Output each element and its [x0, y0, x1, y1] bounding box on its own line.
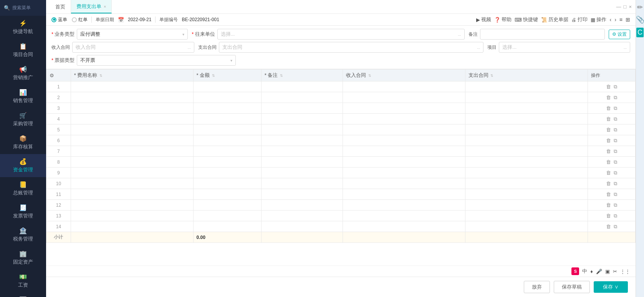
row-3-expense-contract[interactable]	[465, 103, 588, 114]
brand-icon-diamond[interactable]: ♦	[590, 269, 593, 274]
row-1-amount[interactable]	[193, 81, 261, 92]
row-8-note[interactable]	[261, 157, 343, 168]
row-6-expense-name[interactable]	[71, 135, 193, 146]
row-7-income-contract[interactable]	[343, 146, 465, 157]
row-7-delete-icon[interactable]: 🗑	[606, 148, 611, 154]
row-10-expense-contract[interactable]	[465, 178, 588, 189]
sidebar-item-sales[interactable]: 📊 销售管理	[0, 85, 46, 108]
row-13-delete-icon[interactable]: 🗑	[606, 213, 611, 219]
row-3-delete-icon[interactable]: 🗑	[606, 105, 611, 111]
row-2-amount[interactable]	[193, 92, 261, 103]
invoice-type-select[interactable]: 不开票 ▾	[77, 55, 236, 66]
row-9-expense-name[interactable]	[71, 168, 193, 178]
row-4-amount[interactable]	[193, 114, 261, 124]
brand-s-icon[interactable]: S	[571, 267, 579, 275]
row-11-copy-icon[interactable]: ⧉	[614, 191, 617, 197]
row-14-amount[interactable]	[193, 221, 261, 232]
row-9-expense-contract[interactable]	[465, 168, 588, 178]
row-2-copy-icon[interactable]: ⧉	[614, 95, 617, 100]
row-10-delete-icon[interactable]: 🗑	[606, 181, 611, 186]
row-8-amount[interactable]	[193, 157, 261, 168]
row-3-income-contract[interactable]	[343, 103, 465, 114]
row-13-note[interactable]	[261, 211, 343, 221]
row-8-copy-icon[interactable]: ⧉	[614, 159, 617, 165]
right-panel-icon-3[interactable]: C	[636, 28, 644, 37]
note-input[interactable]	[480, 29, 605, 40]
row-8-income-contract[interactable]	[343, 157, 465, 168]
row-6-delete-icon[interactable]: 🗑	[606, 138, 611, 143]
settings-button[interactable]: ⚙ 设置	[609, 30, 630, 39]
row-9-amount[interactable]	[193, 168, 261, 178]
row-4-expense-contract[interactable]	[465, 114, 588, 124]
nav-next-icon[interactable]: ›	[614, 17, 616, 23]
row-5-note[interactable]	[261, 124, 343, 135]
brand-icon-box[interactable]: ▣	[605, 269, 610, 274]
row-12-expense-contract[interactable]	[465, 200, 588, 211]
row-1-income-contract[interactable]	[343, 81, 465, 92]
shortcut-action[interactable]: ⌨ 快捷键	[515, 16, 538, 23]
sidebar-item-salary[interactable]: 💵 工资	[0, 269, 46, 292]
row-5-income-contract[interactable]	[343, 124, 465, 135]
row-6-amount[interactable]	[193, 135, 261, 146]
row-11-income-contract[interactable]	[343, 189, 465, 200]
row-6-note[interactable]	[261, 135, 343, 146]
row-1-delete-icon[interactable]: 🗑	[606, 84, 611, 90]
sort-icon-note[interactable]: ⇅	[280, 74, 283, 78]
sidebar-item-capital[interactable]: 💰 资金管理	[0, 154, 46, 177]
table-header-gear[interactable]: ⚙	[46, 70, 71, 81]
row-2-delete-icon[interactable]: 🗑	[606, 95, 611, 100]
row-14-expense-name[interactable]	[71, 221, 193, 232]
row-9-delete-icon[interactable]: 🗑	[606, 170, 611, 176]
row-14-copy-icon[interactable]: ⧉	[614, 224, 617, 229]
row-9-copy-icon[interactable]: ⧉	[614, 170, 617, 176]
row-14-note[interactable]	[261, 221, 343, 232]
red-bill-radio[interactable]: 红单	[72, 17, 88, 23]
view-grid-icon[interactable]: ⊞	[626, 17, 630, 23]
row-13-amount[interactable]	[193, 211, 261, 221]
row-7-expense-contract[interactable]	[465, 146, 588, 157]
row-10-income-contract[interactable]	[343, 178, 465, 189]
tab-close-icon[interactable]: ×	[104, 4, 106, 9]
row-11-expense-contract[interactable]	[465, 189, 588, 200]
history-action[interactable]: 📜 历史单据	[541, 16, 568, 23]
row-11-expense-name[interactable]	[71, 189, 193, 200]
sidebar-item-tax[interactable]: 🏦 税务管理	[0, 223, 46, 246]
nav-prev-icon[interactable]: ‹	[609, 17, 611, 23]
row-4-copy-icon[interactable]: ⧉	[614, 116, 617, 122]
sort-icon-expense[interactable]: ⇅	[99, 74, 103, 78]
row-5-copy-icon[interactable]: ⧉	[614, 127, 617, 133]
draft-button[interactable]: 保存草稿	[554, 281, 590, 293]
row-1-expense-name[interactable]	[71, 81, 193, 92]
row-12-note[interactable]	[261, 200, 343, 211]
expense-contract-input[interactable]: 支出合同 ...	[219, 42, 484, 53]
sidebar-item-shortcuts[interactable]: ⚡ 快捷导航	[0, 16, 46, 39]
sidebar-item-operations[interactable]: 📈 经营管理	[0, 292, 46, 297]
action-action[interactable]: ▦ 操作	[591, 16, 606, 23]
row-4-note[interactable]	[261, 114, 343, 124]
row-13-expense-name[interactable]	[71, 211, 193, 221]
window-min-icon[interactable]: —	[616, 4, 621, 10]
row-3-copy-icon[interactable]: ⧉	[614, 105, 617, 111]
sidebar-item-project-contract[interactable]: 📋 项目合同	[0, 39, 46, 62]
row-4-delete-icon[interactable]: 🗑	[606, 116, 611, 122]
row-14-delete-icon[interactable]: 🗑	[606, 224, 611, 229]
row-10-amount[interactable]	[193, 178, 261, 189]
row-2-expense-name[interactable]	[71, 92, 193, 103]
row-12-expense-name[interactable]	[71, 200, 193, 211]
row-1-copy-icon[interactable]: ⧉	[614, 84, 617, 90]
sidebar-item-marketing[interactable]: 📢 营销推广	[0, 62, 46, 85]
help-action[interactable]: ❓ 帮助	[494, 16, 512, 23]
row-12-delete-icon[interactable]: 🗑	[606, 202, 611, 208]
project-input[interactable]: 选择... ...	[499, 42, 630, 53]
sidebar-item-invoice[interactable]: 🧾 发票管理	[0, 200, 46, 223]
row-3-expense-name[interactable]	[71, 103, 193, 114]
row-10-note[interactable]	[261, 178, 343, 189]
row-11-note[interactable]	[261, 189, 343, 200]
row-2-expense-contract[interactable]	[465, 92, 588, 103]
brand-icon-zhong[interactable]: 中	[582, 268, 587, 275]
right-panel-icon-1[interactable]: ✏	[637, 3, 643, 12]
print-action[interactable]: 🖨 打印	[571, 16, 588, 23]
sort-icon-expense-con[interactable]: ⇅	[490, 74, 493, 78]
row-4-expense-name[interactable]	[71, 114, 193, 124]
row-9-income-contract[interactable]	[343, 168, 465, 178]
